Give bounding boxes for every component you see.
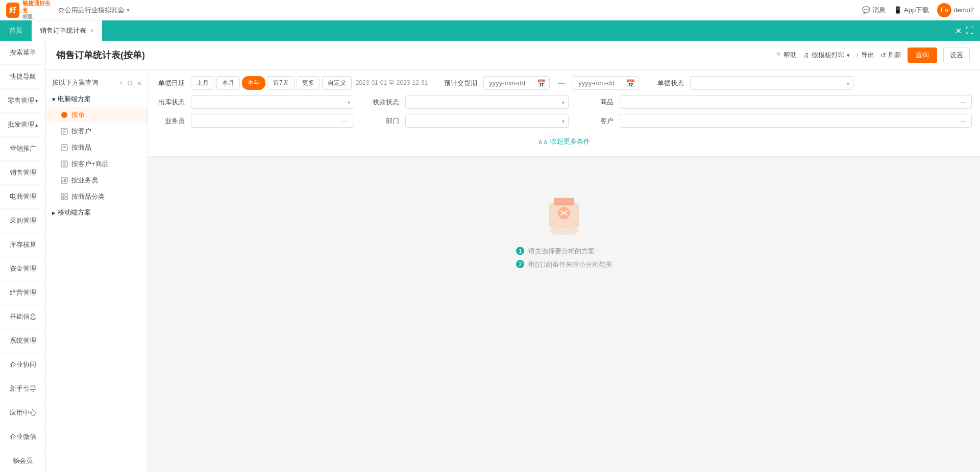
- sidebar-wholesale-arrow: ▴: [35, 122, 38, 128]
- collapse-panel-btn[interactable]: «: [137, 79, 141, 87]
- delivery-date-start-icon: 📅: [537, 79, 546, 87]
- scheme-item-by-cust-prod[interactable]: 按客户+商品: [46, 156, 148, 172]
- app-name: 办公用品行业模拟账套: [58, 6, 125, 15]
- sidebar-item-purchase[interactable]: 采购管理: [0, 209, 45, 233]
- app-download-btn[interactable]: 📱 App下载: [894, 6, 929, 15]
- user-menu[interactable]: Ea demo2: [937, 3, 974, 17]
- sidebar-item-appstore[interactable]: 应用中心: [0, 401, 45, 425]
- mobile-group-header[interactable]: ▸ 移动端方案: [46, 205, 148, 220]
- left-panel: 按以下方案查询 + ⊙ « ▾ 电脑端方案: [46, 70, 148, 472]
- scheme-item-by-customer[interactable]: 按客户: [46, 123, 148, 139]
- date-this-month-btn[interactable]: 本月: [216, 76, 240, 90]
- date-last7-btn[interactable]: 近7天: [267, 76, 295, 90]
- out-status-select[interactable]: [191, 95, 354, 109]
- main-layout: 搜索菜单 快捷导航 零售管理 ▾ 批发管理 ▴ 营销推广 销售管理 电商管理 采…: [0, 41, 980, 472]
- svg-rect-17: [65, 194, 67, 196]
- app-selector[interactable]: 办公用品行业模拟账套 ▾: [58, 6, 856, 15]
- svg-rect-14: [64, 179, 65, 182]
- setting-btn[interactable]: 设置: [943, 47, 970, 63]
- tab-home[interactable]: 首页: [0, 20, 32, 41]
- sidebar-item-newbie[interactable]: 新手引导: [0, 377, 45, 401]
- sidebar-item-quick-nav[interactable]: 快捷导航: [0, 65, 45, 89]
- username: demo2: [953, 6, 974, 14]
- svg-rect-18: [61, 197, 64, 200]
- avatar: Ea: [937, 3, 951, 17]
- receipt-status-select-wrap: ▾: [405, 95, 569, 109]
- window-close-btn[interactable]: ✕: [955, 26, 962, 36]
- date-custom-btn[interactable]: 自定义: [322, 76, 352, 90]
- goods-input[interactable]: [624, 98, 958, 106]
- sidebar-item-search-menu[interactable]: 搜索菜单: [0, 41, 45, 65]
- tab-close-icon[interactable]: ×: [90, 27, 94, 34]
- scheme-item-by-salesperson[interactable]: 按业务员: [46, 172, 148, 188]
- sidebar-item-system[interactable]: 系统管理: [0, 329, 45, 353]
- sidebar-item-wholesale[interactable]: 批发管理 ▴: [0, 113, 45, 137]
- scheme-item-by-product[interactable]: 按商品: [46, 139, 148, 156]
- logo-icon: 好: [6, 3, 19, 18]
- query-btn[interactable]: 查询: [908, 48, 937, 63]
- sidebar-item-retail[interactable]: 零售管理 ▾: [0, 89, 45, 113]
- sidebar-item-ecommerce[interactable]: 电商管理: [0, 185, 45, 209]
- tab-sales-order-label: 销售订单统计表: [40, 26, 86, 35]
- date-quick-buttons: 上月 本月 本年 近7天 更多 自定义 2023-01-01 至 2023-12…: [191, 76, 428, 90]
- scheme-settings-btn[interactable]: ⊙: [127, 79, 133, 87]
- window-expand-btn[interactable]: ⛶: [966, 26, 974, 36]
- date-range-display: 2023-01-01 至 2023-12-31: [356, 79, 428, 87]
- collapse-btn[interactable]: ∧∧ 收起更多条件: [538, 137, 590, 146]
- content: 销售订单统计表(按单) ？ 帮助 🖨 按模板打印 ▾ ↑ 导出 ↺ 刷新: [46, 41, 980, 472]
- scheme-by-salesperson-label: 按业务员: [71, 176, 98, 185]
- goods-input-wrap: ···: [620, 95, 972, 109]
- tab-sales-order[interactable]: 销售订单统计表 ×: [32, 20, 102, 41]
- pc-scheme-group: ▾ 电脑端方案 按单 按客户: [46, 91, 148, 205]
- date-this-year-btn[interactable]: 本年: [242, 76, 265, 90]
- export-icon: ↑: [856, 52, 860, 59]
- topbar: 好 畅捷通好生意 标版 办公用品行业模拟账套 ▾ 💬 消息 📱 App下载 Ea…: [0, 0, 980, 20]
- sidebar-item-member[interactable]: 畅会员: [0, 449, 45, 472]
- customer-input[interactable]: [624, 117, 958, 125]
- export-btn[interactable]: ↑ 导出: [856, 51, 875, 60]
- filter-row-3: 业务员 ··· 部门 ▾ 客户 ···: [156, 114, 972, 128]
- pc-group-header[interactable]: ▾ 电脑端方案: [46, 91, 148, 107]
- app-download-label: App下载: [904, 6, 929, 15]
- message-btn[interactable]: 💬 消息: [862, 6, 886, 15]
- sidebar-item-enterprise[interactable]: 企业协同: [0, 353, 45, 377]
- salesperson-more-btn[interactable]: ···: [340, 117, 350, 125]
- sidebar-item-marketing[interactable]: 营销推广: [0, 137, 45, 161]
- page-header-actions: ？ 帮助 🖨 按模板打印 ▾ ↑ 导出 ↺ 刷新 查询: [775, 47, 970, 63]
- status-select[interactable]: [690, 76, 853, 90]
- salesperson-input[interactable]: [195, 117, 340, 125]
- sidebar-item-wechat[interactable]: 企业微信: [0, 425, 45, 449]
- left-panel-icons: + ⊙ «: [119, 79, 141, 87]
- scheme-item-by-order[interactable]: 按单: [46, 107, 148, 123]
- delivery-date-end-icon: 📅: [626, 79, 635, 87]
- receipt-status-select[interactable]: [405, 95, 569, 109]
- scheme-by-salesperson-icon: [60, 176, 68, 184]
- scheme-item-by-category[interactable]: 按商品分类: [46, 188, 148, 205]
- right-panel: 单据日期 上月 本月 本年 近7天 更多 自定义 2023-01-01 至 20…: [148, 70, 980, 472]
- scheme-by-category-icon: [60, 193, 68, 201]
- svg-rect-16: [61, 194, 64, 196]
- goods-more-btn[interactable]: ···: [958, 98, 967, 106]
- sidebar-item-finance[interactable]: 资金管理: [0, 257, 45, 281]
- date-more-btn[interactable]: 更多: [297, 76, 320, 90]
- left-panel-header: 按以下方案查询 + ⊙ «: [46, 74, 148, 91]
- refresh-btn[interactable]: ↺ 刷新: [880, 51, 901, 60]
- receipt-status-label: 收款状态: [371, 98, 399, 107]
- sidebar-item-operation[interactable]: 经营管理: [0, 281, 45, 305]
- scheme-by-category-label: 按商品分类: [71, 192, 105, 201]
- out-status-select-wrap: ▾: [191, 95, 354, 109]
- scheme-by-order-icon: [60, 111, 68, 119]
- sidebar-item-sales[interactable]: 销售管理: [0, 161, 45, 185]
- customer-more-btn[interactable]: ···: [958, 117, 967, 125]
- refresh-icon: ↺: [880, 52, 886, 59]
- sidebar-item-inventory[interactable]: 库存核算: [0, 233, 45, 257]
- svg-rect-13: [62, 180, 63, 182]
- date-last-month-btn[interactable]: 上月: [191, 76, 214, 90]
- filter-row-1: 单据日期 上月 本月 本年 近7天 更多 自定义 2023-01-01 至 20…: [156, 76, 972, 90]
- help-btn[interactable]: ？ 帮助: [775, 51, 797, 60]
- print-btn[interactable]: 🖨 按模板打印 ▾: [803, 51, 850, 60]
- sidebar-item-basic[interactable]: 基础信息: [0, 305, 45, 329]
- add-scheme-btn[interactable]: +: [119, 79, 123, 87]
- dept-select[interactable]: [405, 114, 569, 128]
- print-dropdown-arrow: ▾: [847, 52, 850, 59]
